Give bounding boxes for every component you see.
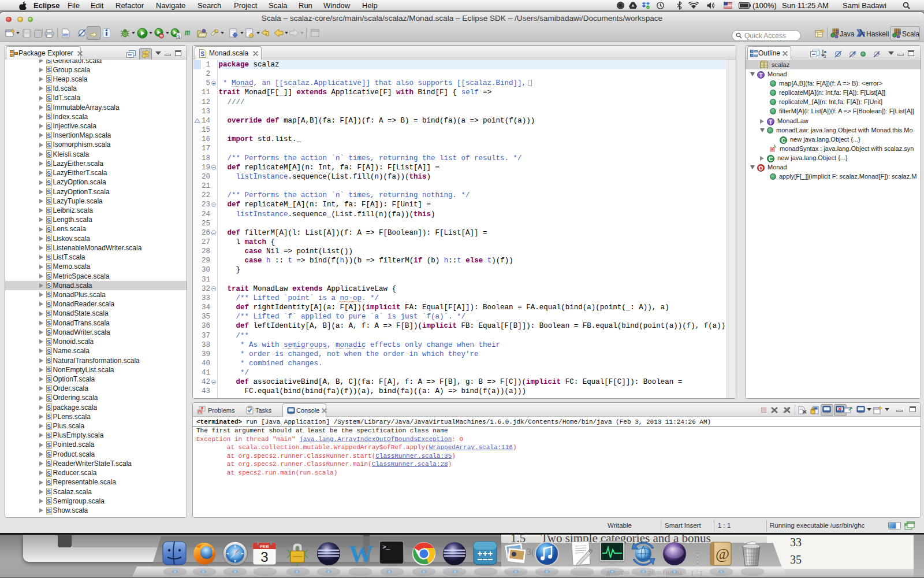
svg-text:>_: >_ [382, 544, 390, 551]
svg-text:W: W [349, 541, 373, 567]
svg-text:S: S [201, 51, 205, 57]
svg-text:a: a [824, 50, 826, 54]
svg-text:010: 010 [64, 34, 68, 36]
svg-text:z: z [824, 54, 826, 58]
svg-text:S: S [854, 51, 856, 55]
svg-text:3: 3 [260, 549, 268, 565]
svg-text:@: @ [716, 546, 729, 562]
svg-text:S: S [897, 29, 901, 35]
svg-text:J: J [836, 29, 839, 35]
svg-text:FEB: FEB [260, 544, 269, 549]
svg-text:L: L [878, 51, 881, 55]
svg-text:S: S [177, 34, 180, 39]
